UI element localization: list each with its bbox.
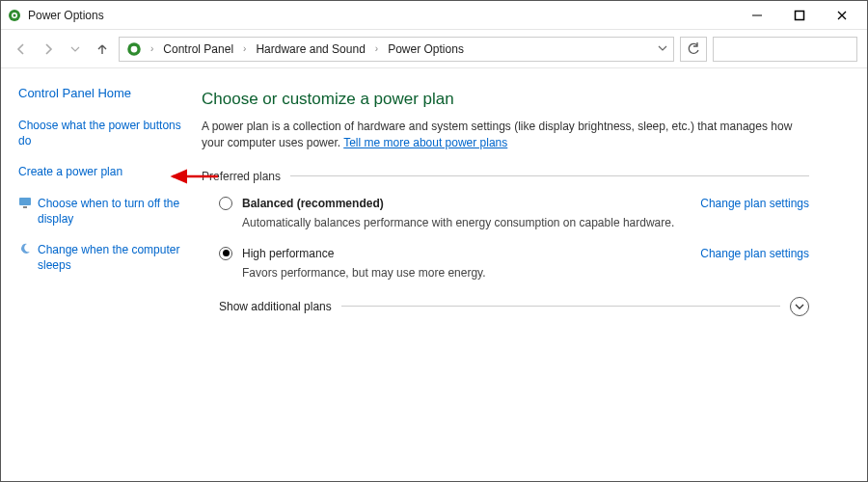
change-plan-settings-link[interactable]: Change plan settings bbox=[700, 197, 809, 210]
power-options-icon bbox=[125, 40, 143, 58]
content: Choose or customize a power plan A power… bbox=[194, 68, 867, 482]
close-button[interactable] bbox=[828, 5, 855, 26]
breadcrumb-leaf[interactable]: Power Options bbox=[386, 42, 466, 56]
sidebar-item-label: Choose when to turn off the display bbox=[38, 196, 182, 227]
group-header: Preferred plans bbox=[202, 170, 809, 183]
search-input[interactable] bbox=[713, 37, 857, 62]
sidebar-item-label: Change when the computer sleeps bbox=[38, 242, 182, 273]
chevron-right-icon: › bbox=[239, 43, 250, 54]
window-title: Power Options bbox=[28, 9, 104, 22]
svg-point-8 bbox=[131, 45, 138, 52]
breadcrumb-root[interactable]: Control Panel bbox=[161, 42, 235, 56]
chevron-right-icon: › bbox=[371, 43, 382, 54]
plan-name[interactable]: High performance bbox=[242, 247, 691, 260]
change-plan-settings-link[interactable]: Change plan settings bbox=[700, 247, 809, 260]
group-label: Preferred plans bbox=[202, 170, 281, 183]
divider bbox=[341, 306, 780, 307]
plan-radio-high-performance[interactable] bbox=[219, 247, 232, 260]
plan-description: Favors performance, but may use more ene… bbox=[242, 266, 809, 280]
preferred-plans-group: Preferred plans Balanced (recommended) C… bbox=[202, 170, 809, 316]
svg-rect-4 bbox=[796, 11, 804, 19]
sidebar-item-power-buttons[interactable]: Choose what the power buttons do bbox=[18, 118, 182, 148]
moon-icon bbox=[18, 242, 32, 273]
learn-more-link[interactable]: Tell me more about power plans bbox=[343, 136, 507, 149]
svg-point-2 bbox=[14, 13, 16, 16]
show-additional-plans[interactable]: Show additional plans bbox=[219, 297, 809, 316]
navbar: › Control Panel › Hardware and Sound › P… bbox=[1, 30, 867, 68]
power-options-icon bbox=[7, 8, 22, 23]
forward-button[interactable] bbox=[38, 39, 59, 60]
page-title: Choose or customize a power plan bbox=[202, 90, 809, 109]
plan-radio-balanced[interactable] bbox=[219, 197, 232, 210]
recent-dropdown-icon[interactable] bbox=[65, 39, 86, 60]
window-controls bbox=[744, 5, 861, 26]
window: Power Options › Control Panel › Hardware… bbox=[0, 0, 868, 482]
back-button[interactable] bbox=[11, 39, 32, 60]
minimize-button[interactable] bbox=[744, 5, 771, 26]
body: Control Panel Home Choose what the power… bbox=[1, 68, 867, 482]
plan-name[interactable]: Balanced (recommended) bbox=[242, 197, 691, 210]
refresh-button[interactable] bbox=[680, 37, 707, 62]
sidebar: Control Panel Home Choose what the power… bbox=[1, 68, 194, 482]
show-additional-label: Show additional plans bbox=[219, 300, 332, 313]
sidebar-item-create-plan[interactable]: Create a power plan bbox=[18, 164, 182, 179]
address-bar[interactable]: › Control Panel › Hardware and Sound › P… bbox=[119, 37, 674, 62]
plan-description: Automatically balances performance with … bbox=[242, 216, 809, 229]
breadcrumb-category[interactable]: Hardware and Sound bbox=[254, 42, 366, 56]
display-icon bbox=[18, 196, 32, 227]
plan-high-performance: High performance Change plan settings Fa… bbox=[219, 247, 809, 280]
divider bbox=[290, 175, 809, 176]
svg-rect-10 bbox=[23, 206, 27, 208]
sidebar-item-sleep[interactable]: Change when the computer sleeps bbox=[18, 242, 182, 273]
titlebar: Power Options bbox=[1, 1, 867, 30]
chevron-right-icon: › bbox=[147, 43, 157, 54]
maximize-button[interactable] bbox=[786, 5, 813, 26]
chevron-down-icon[interactable] bbox=[790, 297, 809, 316]
plan-balanced: Balanced (recommended) Change plan setti… bbox=[219, 197, 809, 229]
page-description: A power plan is a collection of hardware… bbox=[202, 119, 809, 152]
svg-rect-9 bbox=[19, 198, 31, 205]
sidebar-item-display-off[interactable]: Choose when to turn off the display bbox=[18, 196, 182, 227]
address-dropdown-icon[interactable] bbox=[658, 42, 667, 56]
sidebar-home-link[interactable]: Control Panel Home bbox=[18, 86, 182, 100]
up-button[interactable] bbox=[92, 39, 113, 60]
